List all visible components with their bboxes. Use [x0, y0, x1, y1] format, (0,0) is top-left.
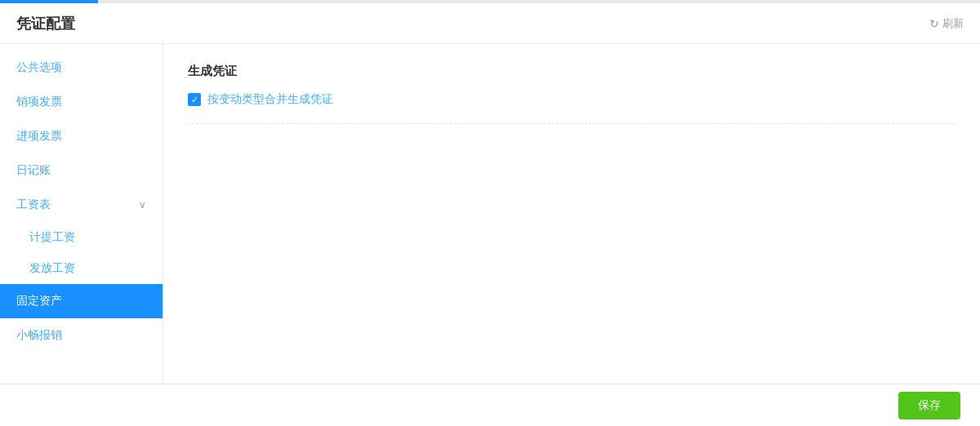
refresh-button[interactable]: ↻ 刷新 [929, 16, 964, 31]
refresh-label: 刷新 [942, 16, 964, 31]
section-title: 生成凭证 [188, 64, 956, 79]
main-layout: 公共选项 销项发票 进项发票 日记账 工资表 ∨ 计提工资 发放工资 固定资产 … [0, 44, 980, 384]
checkbox-row: 按变动类型合并生成凭证 [188, 92, 956, 107]
checkbox-label[interactable]: 按变动类型合并生成凭证 [207, 92, 333, 107]
sidebar-item-petty-expense[interactable]: 小畅报销 [0, 318, 163, 353]
sidebar-item-public-options[interactable]: 公共选项 [0, 51, 163, 85]
section-divider [188, 123, 956, 124]
sidebar-item-purchase-invoice[interactable]: 进项发票 [0, 119, 163, 153]
sidebar-item-payroll-table[interactable]: 工资表 ∨ [0, 188, 163, 222]
save-button[interactable]: 保存 [898, 392, 960, 419]
sidebar-item-label: 工资表 [16, 197, 51, 212]
sidebar: 公共选项 销项发票 进项发票 日记账 工资表 ∨ 计提工资 发放工资 固定资产 … [0, 44, 163, 384]
chevron-down-icon: ∨ [139, 199, 146, 211]
sidebar-item-label: 发放工资 [29, 261, 75, 276]
sidebar-item-issue-wage[interactable]: 发放工资 [0, 253, 163, 284]
sidebar-item-label: 日记账 [16, 163, 51, 178]
sidebar-item-label: 公共选项 [16, 60, 62, 75]
content-area: 生成凭证 按变动类型合并生成凭证 [163, 44, 980, 384]
sidebar-item-label: 计提工资 [29, 230, 75, 245]
merge-by-type-checkbox[interactable] [188, 93, 201, 106]
page-footer: 保存 [0, 384, 980, 426]
refresh-icon: ↻ [929, 17, 939, 30]
sidebar-item-sales-invoice[interactable]: 销项发票 [0, 85, 163, 119]
sidebar-item-label: 小畅报销 [16, 328, 62, 343]
page-header: 凭证配置 ↻ 刷新 [0, 3, 980, 44]
sidebar-item-fixed-assets[interactable]: 固定资产 [0, 284, 163, 318]
sidebar-item-label: 进项发票 [16, 129, 62, 144]
sidebar-item-label: 销项发票 [16, 95, 62, 109]
sidebar-item-commission-wage[interactable]: 计提工资 [0, 222, 163, 253]
sidebar-item-label: 固定资产 [16, 294, 62, 308]
page-title: 凭证配置 [16, 14, 75, 33]
sidebar-item-journal[interactable]: 日记账 [0, 153, 163, 188]
